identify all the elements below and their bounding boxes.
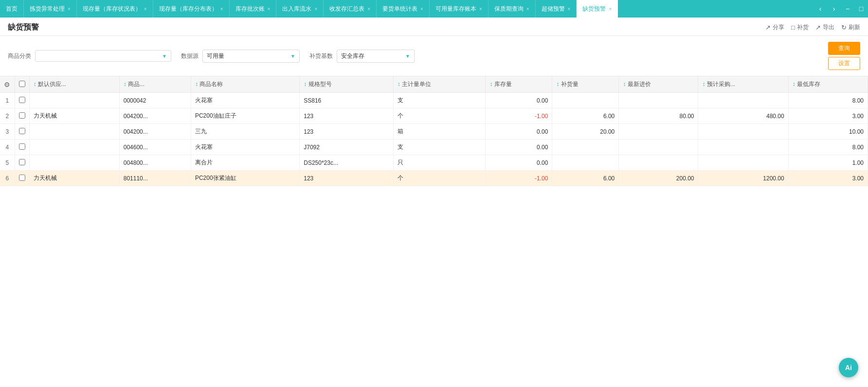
th-min-stock-sort-icon: ↕ xyxy=(793,81,796,88)
product-name-3: 火花塞 xyxy=(191,140,299,155)
tab-item-home[interactable]: 首页 xyxy=(0,0,24,18)
tab-close-abnormal[interactable]: × xyxy=(68,6,71,12)
tab-item-receive-summary[interactable]: 收发存汇总表× xyxy=(324,0,377,18)
row-checkbox-5 xyxy=(15,171,29,186)
ai-button[interactable]: Ai xyxy=(839,358,858,377)
spec-2: 123 xyxy=(300,124,394,140)
tab-item-abnormal[interactable]: 拣货异常处理× xyxy=(24,0,77,18)
replenish-qty-4 xyxy=(552,155,619,171)
tab-nav-next[interactable]: › xyxy=(827,0,841,18)
th-spec: ↕ 规格型号 xyxy=(300,76,394,93)
replenish-base-value: 安全库存 xyxy=(341,52,364,60)
th-est-purchase-sort-icon: ↕ xyxy=(702,81,705,88)
min-stock-3: 8.00 xyxy=(788,140,868,155)
replenish-button[interactable]: □ 补货 xyxy=(791,23,809,32)
stock-0: 0.00 xyxy=(486,93,552,108)
latest-price-5: 200.00 xyxy=(619,171,698,186)
row-checkbox-input-3[interactable] xyxy=(19,143,25,150)
ai-label: Ai xyxy=(845,364,852,371)
th-replenish-qty-sort-icon: ↕ xyxy=(556,81,559,88)
product-code-1: 004200... xyxy=(119,108,191,124)
tab-close-expiry-query[interactable]: × xyxy=(526,6,529,12)
spec-0: SS816 xyxy=(300,93,394,108)
row-checkbox-input-2[interactable] xyxy=(19,128,25,134)
tab-close-available-ledger[interactable]: × xyxy=(479,6,482,12)
table-row: 5004800...离合片DS250*23c...只0.001.00 xyxy=(0,155,868,171)
tab-close-shortage[interactable]: × xyxy=(609,6,612,12)
th-product-code-sort-icon: ↕ xyxy=(124,81,127,88)
tab-item-batch-account[interactable]: 库存批次账× xyxy=(230,0,277,18)
category-value xyxy=(39,53,41,59)
action-buttons: 查询 设置 xyxy=(828,42,860,70)
tab-item-overstock[interactable]: 超储预警× xyxy=(536,0,577,18)
product-name-2: 三九 xyxy=(191,124,299,140)
replenish-qty-2: 20.00 xyxy=(552,124,619,140)
tab-close-batch-account[interactable]: × xyxy=(268,6,271,12)
row-checkbox-input-1[interactable] xyxy=(19,112,25,119)
row-checkbox-input-5[interactable] xyxy=(19,175,25,181)
tab-close-receive-summary[interactable]: × xyxy=(367,6,370,12)
unit-1: 个 xyxy=(393,108,486,124)
th-product-name-sort-icon: ↕ xyxy=(195,81,198,88)
settings-button[interactable]: 设置 xyxy=(828,57,860,70)
tab-close-demand-stats[interactable]: × xyxy=(420,6,423,12)
spec-1: 123 xyxy=(300,108,394,124)
product-name-1: PC200油缸庄子 xyxy=(191,108,299,124)
min-stock-5: 3.00 xyxy=(788,171,868,186)
replenish-icon: □ xyxy=(791,24,795,31)
replenish-base-filter-group: 补货基数 安全库存 ▼ xyxy=(309,50,415,63)
replenish-qty-1: 6.00 xyxy=(552,108,619,124)
tab-close-overstock[interactable]: × xyxy=(568,6,571,12)
export-button[interactable]: ↗ 导出 xyxy=(815,23,834,32)
select-all-checkbox[interactable] xyxy=(19,81,25,87)
replenish-base-select[interactable]: 安全库存 ▼ xyxy=(337,50,415,63)
datasource-value: 可用量 xyxy=(207,52,224,60)
tab-nav-prev[interactable]: ‹ xyxy=(814,0,827,18)
datasource-arrow-icon: ▼ xyxy=(290,53,295,59)
tab-item-demand-stats[interactable]: 要货单统计表× xyxy=(377,0,430,18)
row-checkbox-input-4[interactable] xyxy=(19,159,25,165)
tab-close-inventory-status[interactable]: × xyxy=(144,6,147,12)
stock-4: 0.00 xyxy=(486,155,552,171)
tab-nav-maximize[interactable]: □ xyxy=(854,0,868,18)
stock-3: 0.00 xyxy=(486,140,552,155)
unit-2: 箱 xyxy=(393,124,486,140)
tab-item-inventory-status[interactable]: 现存量（库存状况表）× xyxy=(77,0,153,18)
row-checkbox-input-0[interactable] xyxy=(19,97,25,103)
tab-item-shortage[interactable]: 缺货预警× xyxy=(577,0,618,18)
datasource-select[interactable]: 可用量 ▼ xyxy=(202,50,300,63)
tab-bar: 首页拣货异常处理×现存量（库存状况表）×现存量（库存分布表）×库存批次账×出入库… xyxy=(0,0,868,18)
main-content: 缺货预警 ↗ 分享 □ 补货 ↗ 导出 ↻ 刷新 xyxy=(0,18,868,387)
tab-nav-minimize[interactable]: − xyxy=(841,0,854,18)
row-num-2: 3 xyxy=(0,124,15,140)
est-purchase-4 xyxy=(698,155,788,171)
tab-close-inout-flow[interactable]: × xyxy=(314,6,317,12)
spec-3: J7092 xyxy=(300,140,394,155)
tab-item-inout-flow[interactable]: 出入库流水× xyxy=(276,0,324,18)
row-num-4: 5 xyxy=(0,155,15,171)
share-button[interactable]: ↗ 分享 xyxy=(765,23,784,32)
refresh-icon: ↻ xyxy=(841,24,847,31)
latest-price-0 xyxy=(619,93,698,108)
tab-item-expiry-query[interactable]: 保质期查询× xyxy=(488,0,536,18)
replenish-base-arrow-icon: ▼ xyxy=(405,53,410,59)
tab-item-available-ledger[interactable]: 可用量库存账本× xyxy=(430,0,488,18)
category-label: 商品分类 xyxy=(8,52,31,60)
tab-close-inventory-dist[interactable]: × xyxy=(220,6,223,12)
category-select[interactable]: ▼ xyxy=(35,50,171,62)
table-row: 6力天机械801110...PC200张紧油缸123个-1.006.00200.… xyxy=(0,171,868,186)
tab-item-inventory-dist[interactable]: 现存量（库存分布表）× xyxy=(153,0,230,18)
row-num-0: 1 xyxy=(0,93,15,108)
filter-area: 商品分类 ▼ 数据源 可用量 ▼ 补货基数 安全库存 ▼ xyxy=(0,36,868,76)
replenish-qty-5: 6.00 xyxy=(552,171,619,186)
refresh-button[interactable]: ↻ 刷新 xyxy=(841,23,860,32)
default-supplier-0 xyxy=(29,93,119,108)
product-code-0: 0000042 xyxy=(119,93,191,108)
query-button[interactable]: 查询 xyxy=(828,42,860,55)
gear-icon[interactable]: ⚙ xyxy=(4,81,10,88)
share-icon: ↗ xyxy=(765,24,771,31)
header-actions: ↗ 分享 □ 补货 ↗ 导出 ↻ 刷新 xyxy=(765,23,860,32)
th-stock-sort-icon: ↕ xyxy=(489,81,492,88)
product-name-4: 离合片 xyxy=(191,155,299,171)
product-code-5: 801110... xyxy=(119,171,191,186)
